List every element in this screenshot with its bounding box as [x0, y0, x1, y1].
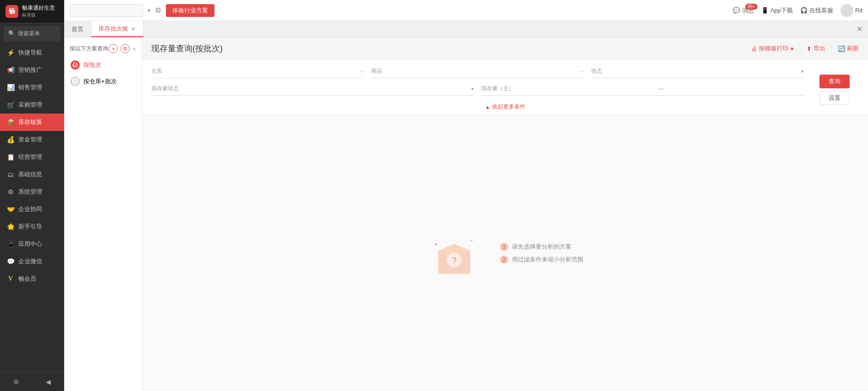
search-actions: 查询 设置 [819, 75, 850, 105]
marketing-icon: 📢 [6, 66, 15, 74]
search-form-inner: 仓库 ··· 商品 ··· [151, 67, 859, 114]
right-content: 现存量查询(按批次) 🖨 按模板打印 ▾ | ⬆ 导出 | 🔄 [142, 38, 868, 391]
sidebar-item-operations[interactable]: 📋 经营管理 [0, 148, 64, 166]
sidebar-item-purchase[interactable]: 🛒 采购管理 [0, 96, 64, 114]
sidebar-nav: ⚡ 快捷导航 📢 营销推广 📊 销售管理 🛒 采购管理 📦 库存核算 💰 资金管… [0, 44, 64, 372]
tabbar-close-btn[interactable]: ✕ [851, 25, 868, 33]
refresh-btn[interactable]: 🔄 刷新 [838, 44, 859, 53]
warehouse-input-wrap: 仓库 ··· [151, 67, 364, 78]
stock-status-field: 现存量状态 ▾ [151, 85, 474, 96]
warehouse-input[interactable] [167, 68, 357, 75]
warehouse-more-btn[interactable]: ··· [359, 68, 364, 75]
stock-status-input-wrap: 现存量状态 ▾ [151, 85, 474, 96]
tab-batch[interactable]: 库存批次账 ✕ [91, 21, 143, 37]
print-btn[interactable]: 🖨 按模板打印 ▾ [751, 44, 794, 53]
filter-batch-icon [71, 60, 80, 70]
export-btn[interactable]: ⬆ 导出 [807, 44, 825, 53]
filter-item-warehouse-batch[interactable]: 按仓库+批次 [64, 73, 142, 90]
sidebar-item-wxwork[interactable]: 💬 企业微信 [0, 253, 64, 270]
sidebar-item-newguide[interactable]: 🌟 新手引导 [0, 218, 64, 235]
tip1-text: 请先选择要分析的方案 [512, 243, 571, 251]
sidebar-item-label: 应用中心 [18, 240, 42, 248]
stock-amount-from-input[interactable] [519, 85, 654, 92]
filter-settings-btn[interactable]: ⚙ [121, 44, 130, 53]
sidebar-logo: 畅 [5, 5, 18, 18]
sidebar-search[interactable]: 🔍 搜索菜单 [4, 26, 60, 41]
sidebar-item-label: 营销推广 [18, 66, 42, 74]
empty-tip-2: 2 用过滤条件来缩小分析范围 [500, 255, 583, 264]
tip2-text: 用过滤条件来缩小分析范围 [512, 255, 583, 264]
filter-warehouse-batch-label: 按仓库+批次 [83, 77, 117, 86]
sidebar-item-label: 库存核算 [18, 118, 42, 126]
sidebar-item-system[interactable]: ⚙ 系统管理 [0, 183, 64, 201]
stock-amount-field: 现存量（主） — [481, 85, 804, 96]
user-avatar [841, 4, 853, 17]
sidebar-item-quicknav[interactable]: ⚡ 快捷导航 [0, 44, 64, 61]
filter-panel: 按以下方案查询 + ⚙ « 按批次 按仓库+批次 [64, 38, 142, 391]
stock-amount-label: 现存量（主） [481, 85, 514, 92]
print-dropdown-icon[interactable]: ▾ [791, 45, 794, 52]
query-btn[interactable]: 查询 [819, 75, 850, 88]
sidebar-item-label: 企业微信 [18, 257, 42, 266]
topbar-search-input[interactable] [70, 4, 143, 17]
trial-btn[interactable]: 体验行业方案 [166, 4, 214, 17]
settings-bottom-btn[interactable]: ⚙ [10, 376, 23, 387]
sidebar-item-inventory[interactable]: 📦 库存核算 [0, 114, 64, 131]
brand-edition: 标准版 [22, 12, 55, 18]
basic-icon: 🗂 [6, 170, 15, 179]
collapse-sidebar-btn[interactable]: ◀ [42, 376, 55, 387]
tab-close-btn[interactable]: ✕ [131, 26, 136, 32]
collapse-bar[interactable]: ▲ 收起更多条件 [151, 99, 859, 114]
sidebar-item-collab[interactable]: 🤝 企业协同 [0, 201, 64, 218]
sidebar-item-sales[interactable]: 📊 销售管理 [0, 79, 64, 96]
settings-form-btn[interactable]: 设置 [819, 91, 850, 105]
status-input-wrap: 状态 ▾ [591, 67, 804, 78]
product-label: 商品 [371, 67, 382, 75]
svg-text:✦: ✦ [470, 239, 473, 243]
topbar-gear-icon[interactable]: ⚙ [155, 6, 161, 15]
filter-panel-title: 按以下方案查询 [70, 45, 108, 53]
empty-tips: 1 请先选择要分析的方案 2 用过滤条件来缩小分析范围 [500, 243, 583, 264]
sidebar-item-label: 采购管理 [18, 101, 42, 109]
export-icon: ⬆ [807, 45, 812, 52]
empty-state: ? ✦ ✦ 1 请先选择要分析的方案 2 [142, 115, 868, 391]
filter-item-batch[interactable]: 按批次 [64, 57, 142, 73]
service-btn[interactable]: 🎧 在线客服 [800, 6, 833, 15]
app-download-btn[interactable]: 📱 App下载 [761, 6, 793, 15]
sidebar-item-marketing[interactable]: 📢 营销推广 [0, 61, 64, 79]
sidebar-item-finance[interactable]: 💰 资金管理 [0, 131, 64, 148]
messages-badge: 99+ [745, 4, 758, 10]
user-menu[interactable]: Rit [841, 4, 863, 17]
filter-panel-collapse-btn[interactable]: « [132, 45, 136, 52]
stock-amount-to-input[interactable] [669, 85, 804, 92]
sidebar-bottom: ⚙ ◀ [0, 372, 64, 391]
filter-add-btn[interactable]: + [109, 44, 118, 53]
sidebar-item-basic[interactable]: 🗂 基础信息 [0, 166, 64, 183]
warehouse-label: 仓库 [151, 67, 162, 75]
empty-illustration: ? ✦ ✦ [427, 226, 482, 281]
status-dropdown-arrow[interactable]: ▾ [801, 68, 804, 75]
stock-status-dropdown-arrow[interactable]: ▾ [471, 86, 474, 92]
inventory-icon: 📦 [6, 118, 15, 126]
tab-home[interactable]: 首页 [64, 21, 91, 37]
stock-status-label: 现存量状态 [151, 85, 179, 92]
tab-home-label: 首页 [71, 25, 83, 33]
status-field: 状态 ▾ [591, 67, 804, 78]
product-more-btn[interactable]: ··· [579, 68, 584, 75]
product-input[interactable] [387, 68, 577, 75]
sidebar-item-label: 企业协同 [18, 205, 42, 213]
sidebar-item-label: 经营管理 [18, 153, 42, 161]
sidebar-item-vip[interactable]: V 畅会员 [0, 270, 64, 288]
sidebar-item-appstore[interactable]: 📱 应用中心 [0, 235, 64, 253]
sidebar-item-label: 新手引导 [18, 223, 42, 231]
tab-batch-label: 库存批次账 [99, 25, 128, 33]
topbar-right: 💬 消息 99+ 📱 App下载 🎧 在线客服 Rit [733, 4, 863, 17]
product-field: 商品 ··· [371, 67, 584, 78]
topbar-dropdown-arrow[interactable]: ▾ [148, 7, 150, 14]
sidebar-item-label: 基础信息 [18, 170, 42, 179]
finance-icon: 💰 [6, 136, 15, 144]
main-area: ▾ ⚙ 体验行业方案 💬 消息 99+ 📱 App下载 🎧 在线客服 Rit [64, 0, 868, 391]
newguide-icon: 🌟 [6, 223, 15, 231]
messages-btn[interactable]: 💬 消息 99+ [733, 6, 754, 15]
search-form: 仓库 ··· 商品 ··· [142, 60, 868, 115]
